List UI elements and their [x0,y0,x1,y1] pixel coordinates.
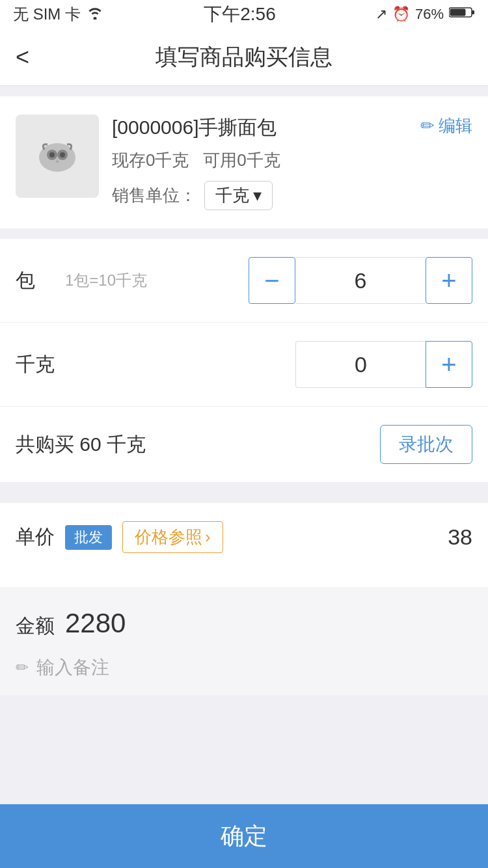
amount-label: 金额 [16,613,55,640]
kg-qty-input[interactable] [295,341,426,388]
product-image [16,115,99,198]
separator-1 [0,228,488,239]
batch-button[interactable]: 录批次 [380,425,472,464]
status-time: 下午2:56 [204,2,276,27]
remark-placeholder: 输入备注 [36,655,109,680]
product-info: [0000006]手撕面包 现存0千克 可用0千克 销售单位： 千克 ▾ [112,115,472,210]
total-row: 共购买 60 千克 录批次 [0,407,488,482]
amount-value: 2280 [65,608,126,639]
kg-qty-control: + [295,341,472,388]
svg-rect-2 [450,9,466,16]
status-left: 无 SIM 卡 [13,4,104,25]
bag-plus-button[interactable]: + [426,257,472,304]
amount-row: 金额 2280 [16,608,472,640]
nav-bar: < 填写商品购买信息 [0,29,488,86]
svg-point-3 [39,143,75,172]
status-right: ↗ ⏰ 76% [375,6,475,23]
battery-icon [449,6,475,23]
product-card: [0000006]手撕面包 现存0千克 可用0千克 销售单位： 千克 ▾ ✏ 编… [0,96,488,228]
price-value: 38 [448,524,472,550]
bag-qty-input[interactable] [295,257,426,304]
battery-text: 76% [415,6,444,23]
edit-button[interactable]: ✏ 编辑 [420,115,472,137]
bag-qty-control: − + [249,257,472,304]
bag-label: 包 [16,267,55,294]
bag-hint: 1包=10千克 [65,270,238,291]
price-ref-button[interactable]: 价格参照 › [122,521,223,553]
confirm-button[interactable]: 确定 [0,804,488,868]
carrier-text: 无 SIM 卡 [13,4,81,25]
price-section: 单价 批发 价格参照 › 38 [0,503,488,587]
kg-label: 千克 [16,351,55,378]
pencil-icon: ✏ [16,658,29,677]
product-unit: 销售单位： 千克 ▾ [112,181,472,210]
quantity-section: 包 1包=10千克 − + 千克 + [0,239,488,407]
product-stock: 现存0千克 可用0千克 [112,149,472,172]
status-bar: 无 SIM 卡 下午2:56 ↗ ⏰ 76% [0,0,488,29]
svg-point-7 [60,152,65,157]
product-name: [0000006]手撕面包 [112,115,472,141]
back-button[interactable]: < [16,44,29,71]
kg-plus-button[interactable]: + [426,341,472,388]
bag-row: 包 1包=10千克 − + [0,239,488,323]
total-text: 共购买 60 千克 [16,431,146,458]
svg-point-6 [49,152,55,157]
price-label: 单价 [16,524,55,550]
alarm-icon: ⏰ [392,6,410,23]
wifi-icon [86,5,104,23]
svg-rect-1 [472,10,474,14]
price-row: 单价 批发 价格参照 › 38 [16,521,472,553]
location-icon: ↗ [375,6,387,23]
unit-select[interactable]: 千克 ▾ [204,181,273,210]
amount-section: 金额 2280 ✏ 输入备注 [0,587,488,696]
remark-row[interactable]: ✏ 输入备注 [16,655,472,680]
page-title: 填写商品购买信息 [156,42,332,72]
separator-2 [0,482,488,493]
kg-row: 千克 + [0,323,488,407]
price-tag: 批发 [65,525,112,550]
bag-minus-button[interactable]: − [249,257,295,304]
